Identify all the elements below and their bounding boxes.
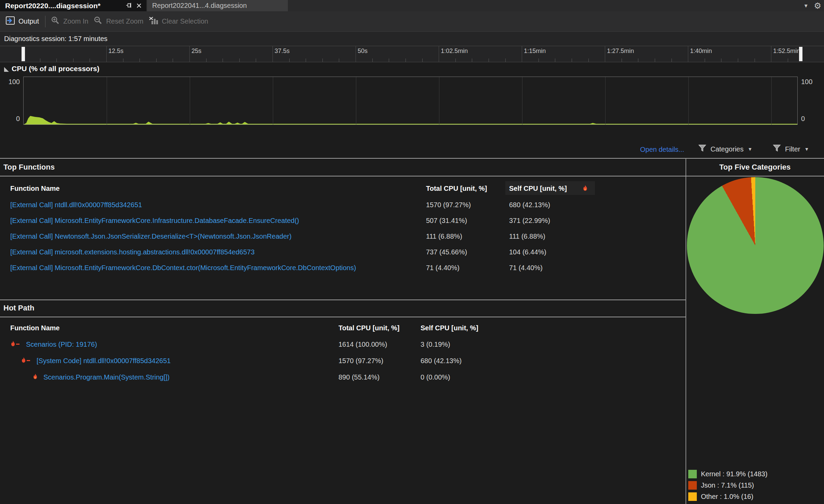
cpu-ymax-left: 100: [0, 78, 20, 86]
open-details-link[interactable]: Open details...: [640, 146, 684, 154]
categories-pie-chart[interactable]: [687, 177, 824, 314]
timeline-right-handle[interactable]: [799, 47, 802, 61]
hot-path-flame-icon: [21, 357, 30, 364]
legend-label: Json : 7.1% (115): [701, 481, 754, 489]
function-link[interactable]: [External Call] Microsoft.EntityFramewor…: [10, 217, 299, 225]
sort-flame-icon: [582, 185, 588, 194]
timeline-tick-label: 1:15min: [524, 48, 546, 55]
section-divider: [0, 317, 686, 317]
output-button[interactable]: Output: [5, 16, 39, 27]
self-cpu-value: 680 (42.13%): [509, 201, 550, 209]
legend-item-other: Other : 1.0% (16): [688, 492, 753, 501]
settings-gear-icon[interactable]: ⚙: [814, 0, 821, 11]
zoom-in-label: Zoom In: [63, 17, 88, 25]
pin-icon[interactable]: [126, 2, 132, 10]
section-divider: [0, 176, 824, 176]
total-cpu-value: 71 (4.40%): [426, 264, 460, 272]
col-total-cpu[interactable]: Total CPU [unit, %]: [426, 185, 487, 193]
timeline-ruler[interactable]: 12.5s25s37.5s50s1:02.5min1:15min1:27.5mi…: [0, 46, 824, 62]
zoom-in-icon: [51, 16, 60, 27]
filter-dropdown[interactable]: Filter ▼: [773, 144, 809, 154]
tab-label: Report20220....diagsession*: [0, 2, 101, 10]
timeline-tick-label: 1:02.5min: [441, 48, 468, 55]
clear-selection-icon: [149, 16, 158, 27]
flame-icon: [32, 373, 38, 380]
toolbar-separator: [45, 16, 45, 27]
reset-zoom-button[interactable]: Reset Zoom: [94, 16, 143, 27]
categories-dropdown[interactable]: Categories ▼: [698, 144, 753, 154]
timeline-left-handle[interactable]: [22, 47, 25, 61]
self-cpu-value: 71 (4.40%): [509, 264, 543, 272]
session-duration-label: Diagnostics session: 1:57 minutes: [4, 35, 107, 43]
legend-label: Other : 1.0% (16): [701, 493, 753, 501]
cpu-area-series: [24, 116, 797, 124]
window-dropdown-icon[interactable]: ▼: [803, 3, 809, 9]
col-self-cpu[interactable]: Self CPU [unit, %]: [421, 324, 478, 332]
self-cpu-value: 680 (42.13%): [421, 357, 462, 365]
chevron-down-icon: ▼: [804, 146, 809, 152]
timeline-tick-label: 50s: [358, 48, 368, 55]
total-cpu-value: 737 (45.66%): [426, 248, 467, 256]
cpu-chart[interactable]: [23, 77, 798, 125]
chevron-down-icon: ▼: [748, 146, 753, 152]
function-link[interactable]: [External Call] ntdll.dll!0x00007ff85d34…: [10, 201, 142, 209]
output-icon: [5, 16, 15, 27]
funnel-icon: [773, 144, 781, 154]
cpu-ymax-right: 100: [801, 78, 812, 86]
cpu-ymin-right: 0: [801, 115, 805, 123]
panel-divider: [686, 158, 686, 504]
total-cpu-value: 890 (55.14%): [338, 373, 380, 381]
timeline-tick-label: 1:52.5min: [773, 48, 800, 55]
self-cpu-value: 3 (0.19%): [421, 341, 450, 348]
hot-path-link[interactable]: Scenarios (PID: 19176): [26, 341, 97, 348]
section-divider: [0, 300, 686, 300]
cpu-section-title: CPU (% of all processors): [12, 65, 99, 73]
hot-path-connector: [27, 360, 30, 361]
clear-selection-button[interactable]: Clear Selection: [149, 16, 208, 27]
cpu-section-expander-icon[interactable]: [4, 67, 9, 72]
total-cpu-value: 1570 (97.27%): [338, 357, 383, 365]
total-cpu-value: 1570 (97.27%): [426, 201, 471, 209]
timeline-tick-label: 12.5s: [108, 48, 123, 55]
col-total-cpu[interactable]: Total CPU [unit, %]: [338, 324, 400, 332]
self-cpu-value: 111 (6.88%): [509, 233, 545, 240]
reset-zoom-icon: [94, 16, 103, 27]
tab-report-inactive[interactable]: Report2022041...4.diagsession: [147, 0, 288, 11]
function-link[interactable]: [External Call] microsoft.extensions.hos…: [10, 248, 255, 256]
cpu-ymin-left: 0: [0, 115, 20, 123]
function-link[interactable]: [External Call] Microsoft.EntityFramewor…: [10, 264, 356, 272]
legend-swatch-kernel: [688, 470, 697, 478]
document-tab-strip: Report20220....diagsession* Report202204…: [0, 0, 824, 11]
close-icon[interactable]: [136, 2, 142, 10]
top-five-categories-title: Top Five Categories: [686, 163, 824, 172]
output-label: Output: [18, 17, 39, 25]
hot-path-link[interactable]: [System Code] ntdll.dll!0x00007ff85d3426…: [37, 357, 171, 365]
self-cpu-value: 104 (6.44%): [509, 248, 546, 256]
actions-row: Open details... Categories ▼ Filter ▼: [0, 144, 824, 156]
tab-report-active[interactable]: Report20220....diagsession*: [0, 0, 146, 11]
legend-swatch-other: [688, 492, 697, 501]
function-link[interactable]: [External Call] Newtonsoft.Json.JsonSeri…: [10, 233, 292, 240]
filter-label: Filter: [785, 145, 800, 153]
legend-item-kernel: Kernel : 91.9% (1483): [688, 470, 768, 478]
session-bar: Diagnostics session: 1:57 minutes: [0, 31, 824, 46]
hot-path-link[interactable]: Scenarios.Program.Main(System.String[]): [43, 373, 170, 381]
hot-path-flame-icon: [10, 341, 19, 347]
report-toolbar: Output Zoom In Reset Z: [0, 11, 824, 31]
section-divider: [0, 158, 824, 159]
timeline-tick-label: 1:27.5min: [607, 48, 634, 55]
total-cpu-value: 507 (31.41%): [426, 217, 467, 225]
col-self-cpu[interactable]: Self CPU [unit, %]: [509, 185, 567, 193]
col-function-name[interactable]: Function Name: [10, 185, 59, 193]
total-cpu-value: 111 (6.88%): [426, 233, 462, 240]
clear-selection-label: Clear Selection: [162, 17, 208, 25]
zoom-in-button[interactable]: Zoom In: [51, 16, 88, 27]
funnel-icon: [698, 144, 706, 154]
col-function-name[interactable]: Function Name: [10, 324, 59, 332]
hot-path-title: Hot Path: [3, 304, 34, 313]
top-functions-title: Top Functions: [3, 163, 55, 172]
self-cpu-value: 371 (22.99%): [509, 217, 550, 225]
timeline-tick-label: 1:40min: [690, 48, 712, 55]
total-cpu-value: 1614 (100.00%): [338, 341, 387, 348]
timeline-tick-label: 37.5s: [275, 48, 290, 55]
